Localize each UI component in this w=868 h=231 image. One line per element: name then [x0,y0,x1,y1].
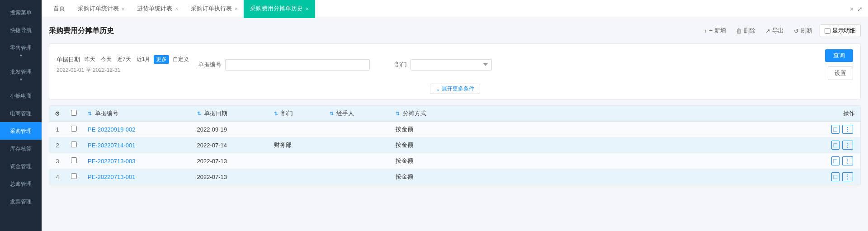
row-doc-date: 2022-07-13 [192,153,269,169]
sidebar-item-ecommerce-small[interactable]: 小畅电商 [0,87,42,104]
dept-select[interactable]: 财务部 [410,59,492,71]
tab-close-icon[interactable]: × [306,6,308,11]
col-doc-no: ⇅ 单据编号 [82,106,192,122]
row-more-icon[interactable]: ⋮ [842,125,853,134]
sidebar-item-retail[interactable]: 零售管理 ▾ [0,39,42,63]
tab-close-icon[interactable]: × [235,6,237,11]
sort-icon: ⇅ [88,111,92,116]
row-detail-icon[interactable]: □ [831,141,840,150]
sidebar-item-finance[interactable]: 资金管理 [0,157,42,175]
doc-link[interactable]: PE-20220713-003 [88,158,136,165]
today-shortcut[interactable]: 今天 [99,55,113,64]
row-more-icon[interactable]: ⋮ [842,156,853,165]
1month-shortcut[interactable]: 近1月 [135,55,152,64]
export-icon: ↗ [765,28,770,34]
custom-shortcut[interactable]: 自定义 [171,55,191,64]
row-doc-no: PE-20220714-001 [82,137,192,153]
col-doc-date: ⇅ 单据日期 [192,106,269,122]
yesterday-shortcut[interactable]: 昨天 [83,55,97,64]
table-row: 2 PE-20220714-001 2022-07-14 财务部 按金额 □ ⋮ [49,137,860,153]
doc-no-filter: 单据编号 [198,59,388,71]
sort-icon: ⇅ [330,111,334,116]
dept-label: 部门 [395,61,407,69]
sort-icon: ⇅ [197,111,201,116]
expand-more-button[interactable]: ⌄ 展开更多条件 [430,84,480,94]
minimize-icon[interactable]: × [850,5,854,13]
chevron-down-icon: ▾ [20,53,22,58]
tab-alloc-history[interactable]: 采购费用分摊单历史 × [244,0,315,18]
tab-purchase-exec[interactable]: 采购订单执行表 × [184,0,244,18]
sidebar-item-ledger[interactable]: 总账管理 [0,175,42,193]
sidebar-item-search[interactable]: 搜索菜单 [0,4,42,21]
col-actions: 操作 [796,106,860,122]
col-handler: ⇅ 经手人 [324,106,391,122]
tab-inbound-stat[interactable]: 进货单统计表 × [131,0,184,18]
sort-icon: ⇅ [396,111,400,116]
row-checkbox-cell [66,137,82,153]
add-icon: + [704,28,708,34]
tab-home[interactable]: 首页 [47,0,71,18]
row-more-icon[interactable]: ⋮ [842,172,853,181]
row-alloc-method: 按金额 [390,153,796,169]
row-checkbox[interactable] [71,173,77,179]
doc-link[interactable]: PE-20220713-001 [88,174,136,180]
select-all-checkbox[interactable] [71,110,77,116]
expand-more-row: ⌄ 展开更多条件 [57,84,853,94]
row-checkbox[interactable] [71,141,77,147]
delete-button[interactable]: 🗑 删除 [733,25,758,37]
sidebar-item-wholesale[interactable]: 批发管理 ▾ [0,63,42,87]
row-num-cell: 2 [49,137,66,153]
sidebar: 搜索菜单 快捷导航 零售管理 ▾ 批发管理 ▾ 小畅电商 电商管理 采购管理 库… [0,0,42,231]
row-dept [269,122,324,137]
7days-shortcut[interactable]: 近7天 [115,55,133,64]
row-handler [324,153,391,169]
row-doc-no: PE-20220713-001 [82,169,192,185]
query-button[interactable]: 查询 [825,49,853,62]
date-shortcuts: 昨天 今天 近7天 近1月 更多 自定义 [83,55,191,64]
export-button[interactable]: ↗ 导出 [763,25,787,37]
row-checkbox[interactable] [71,126,77,132]
table-row: 1 PE-20220919-002 2022-09-19 按金额 □ ⋮ [49,122,860,137]
row-dept: 财务部 [269,137,324,153]
date-range-display: 2022-01-01 至 2022-12-31 [57,66,191,74]
row-doc-no: PE-20220713-003 [82,153,192,169]
row-detail-icon[interactable]: □ [831,172,840,181]
row-doc-date: 2022-09-19 [192,122,269,137]
row-checkbox[interactable] [71,157,77,163]
sidebar-item-ecommerce[interactable]: 电商管理 [0,104,42,122]
table-header-row: ⚙ ⇅ 单据编号 ⇅ 单据日期 [49,106,860,122]
sidebar-item-purchase[interactable]: 采购管理 [0,122,42,140]
sidebar-item-quicknav[interactable]: 快捷导航 [0,21,42,39]
row-num-cell: 1 [49,122,66,137]
row-alloc-method: 按金额 [390,122,796,137]
show-cols-checkbox[interactable] [825,28,830,34]
row-detail-icon[interactable]: □ [831,125,840,134]
tab-close-icon[interactable]: × [122,6,124,11]
doc-no-input[interactable] [225,59,370,71]
sidebar-item-inventory[interactable]: 库存核算 [0,140,42,157]
doc-link[interactable]: PE-20220714-001 [88,142,136,149]
row-detail-icon[interactable]: □ [831,156,840,165]
table-row: 3 PE-20220713-003 2022-07-13 按金额 □ ⋮ [49,153,860,169]
more-shortcut[interactable]: 更多 [154,55,169,64]
tab-bar: 首页 采购订单统计表 × 进货单统计表 × 采购订单执行表 × 采购费用分摊单历… [42,0,868,18]
settings-button[interactable]: 设置 [828,66,853,80]
data-table: ⚙ ⇅ 单据编号 ⇅ 单据日期 [49,106,860,185]
row-actions-cell: □ ⋮ [796,137,860,153]
row-doc-no: PE-20220919-002 [82,122,192,137]
sidebar-item-invoice[interactable]: 发票管理 [0,193,42,210]
show-cols-toggle[interactable]: 显示明细 [820,24,861,37]
doc-link[interactable]: PE-20220919-002 [88,126,136,133]
tab-purchase-order-stat[interactable]: 采购订单统计表 × [71,0,131,18]
row-handler [324,169,391,185]
settings-icon[interactable]: ⚙ [55,110,60,117]
row-actions-cell: □ ⋮ [796,169,860,185]
row-num-cell: 3 [49,153,66,169]
add-button[interactable]: + + 新增 [701,25,729,37]
refresh-button[interactable]: ↺ 刷新 [791,25,815,37]
filter-row: 单据日期 昨天 今天 近7天 近1月 更多 自定义 2022-01-01 至 2… [57,49,853,80]
tab-close-icon[interactable]: × [175,6,178,11]
row-checkbox-cell [66,122,82,137]
row-more-icon[interactable]: ⋮ [842,141,853,150]
maximize-icon[interactable]: ⤢ [857,5,863,13]
